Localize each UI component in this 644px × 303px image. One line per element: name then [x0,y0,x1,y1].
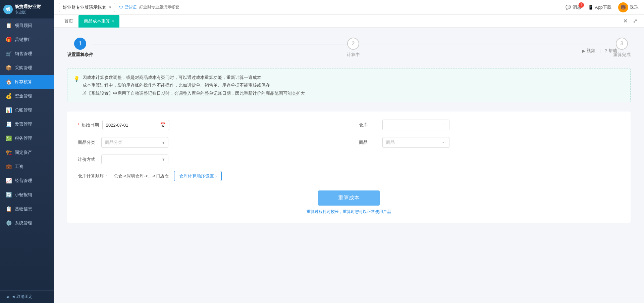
basic-icon: 📋 [5,206,12,212]
sidebar-item-finance[interactable]: 💰 资金管理 [0,89,54,103]
content-area: ▶ 视频 | ? 帮助 1 设置重算条件 [54,28,644,303]
expense-icon: 🔄 [5,191,12,198]
accounting-icon: 📊 [5,107,12,114]
sidebar-item-system[interactable]: ⚙️ 系统管理 [0,216,54,230]
operations-icon: 📈 [5,177,12,184]
category-label: 商品分类 [78,139,98,145]
sidebar-label-project: 项目顾问 [15,23,32,29]
user-menu[interactable]: 🐻 珠珠 [618,2,639,12]
step-3-label: 重算完成 [613,52,631,58]
main-area: 好业财专业版演示帐套 ▾ 🛡 已认证 好业财专业版演示帐套 💬 消息 1 📱 A… [54,0,644,303]
warehouse-dots[interactable]: ··· [441,122,446,128]
recalc-hint: 重算过程耗时较长，重算时您可以正常使用产品 [307,209,391,215]
date-input[interactable]: 2022-07-01 📅 [102,120,169,130]
content-wrapper: ▶ 视频 | ? 帮助 1 设置重算条件 [67,38,631,223]
info-bulb-icon: 💡 [73,74,80,83]
pricing-arrow: ▾ [162,157,165,162]
step-2: 2 计算中 [347,38,360,58]
message-icon: 💬 [566,5,571,10]
product-placeholder: 商品 [386,139,395,145]
tab-home-label: 首页 [64,18,73,24]
assets-icon: 🏗️ [5,149,12,156]
cancel-fixed-label: ◄ 取消固定 [11,294,33,300]
sidebar-label-finance: 资金管理 [15,93,32,99]
recalc-section: 重算成本 重算过程耗时较长，重算时您可以正常使用产品 [78,190,620,215]
form-group-warehouse: 仓库 ··· [359,120,620,130]
account-selector-arrow: ▾ [109,5,111,10]
sidebar-logo: 畅 畅捷通好业财 专业版 [0,0,54,18]
sidebar-item-inventory[interactable]: 🏠 库存核算 [0,75,54,89]
sidebar-label-system: 系统管理 [15,220,32,226]
tab-expand-btn[interactable]: ⤢ [632,17,639,25]
avatar-emoji: 🐻 [621,5,626,10]
pricing-select[interactable]: ▾ [101,155,168,164]
account-selector[interactable]: 好业财专业版演示帐套 ▾ [59,3,115,12]
header-right: 💬 消息 1 📱 App下载 🐻 珠珠 [566,2,639,12]
tabs-bar: 首页 商品成本重算 × ✕ ⤢ [54,15,644,28]
sidebar-item-marketing[interactable]: 🎁 营销推广 [0,33,54,47]
sidebar-item-assets[interactable]: 🏗️ 固定资产 [0,145,54,160]
tab-recalc-close[interactable]: × [112,19,114,23]
message-badge: 1 [579,2,584,8]
salary-icon: 💼 [5,163,12,170]
tab-home[interactable]: 首页 [59,15,78,28]
sidebar-label-salary: 工资 [15,164,23,170]
form-group-category: 商品分类 商品分类 ▾ [78,137,339,148]
product-label: 商品 [359,139,379,145]
sidebar-item-tax[interactable]: 💹 税务管理 [0,131,54,145]
warehouse-order-btn[interactable]: 仓库计算顺序设置 › [174,171,222,181]
warehouse-input[interactable]: ··· [382,120,449,130]
form-group-product: 商品 商品 ··· [359,137,620,148]
purchase-icon: 📦 [5,64,12,71]
sidebar-item-basic[interactable]: 📋 基础信息 [0,202,54,216]
message-button[interactable]: 💬 消息 1 [566,4,581,10]
sidebar-cancel-fixed[interactable]: ◄ ◄ 取消固定 [0,290,54,303]
tab-recalc[interactable]: 商品成本重算 × [78,15,119,28]
recalc-button[interactable]: 重算成本 [318,190,380,206]
form-row-2: 商品分类 商品分类 ▾ 商品 商品 ··· [78,137,620,148]
product-dots[interactable]: ··· [441,139,446,145]
app-download-button[interactable]: 📱 App下载 [588,4,611,10]
sidebar-label-marketing: 营销推广 [15,37,32,43]
shield-icon: 🛡 [119,5,123,10]
sidebar-item-accounting[interactable]: 📊 总账管理 [0,103,54,117]
sidebar-item-sales[interactable]: 🛒 销售管理 [0,47,54,61]
step-1-circle: 1 [74,38,86,50]
sidebar-item-expense[interactable]: 🔄 小畅报销 [0,188,54,202]
marketing-icon: 🎁 [5,36,12,43]
tab-recalc-label: 商品成本重算 [84,18,110,24]
sidebar-item-operations[interactable]: 📈 经营管理 [0,174,54,188]
warehouse-order-label: 仓库计算顺序： [78,173,108,179]
sidebar-label-inventory: 库存核算 [15,79,32,85]
step-line-2 [360,44,613,44]
product-input[interactable]: 商品 ··· [382,137,449,148]
app-logo-icon: 畅 [3,5,13,14]
sidebar-item-project[interactable]: 📋 项目顾问 [0,18,54,33]
sidebar: 畅 畅捷通好业财 专业版 📋 项目顾问 🎁 营销推广 🛒 销售管理 📦 采购管理… [0,0,54,303]
step-2-num: 2 [352,41,355,47]
step-1-label: 设置重算条件 [67,52,93,58]
sales-icon: 🛒 [5,50,12,57]
cancel-fixed-icon: ◄ [5,295,9,299]
warehouse-order-row: 仓库计算顺序： 总仓->深圳仓库->...->门店仓 仓库计算顺序设置 › [78,171,620,181]
step-2-label: 计算中 [347,52,360,58]
info-line-1: 因成本计算参数调整，或是对商品成本有疑问时，可以通过成本重算功能，重新计算一遍成… [83,74,305,81]
form-group-date: * 起始日期 2022-07-01 📅 [78,120,339,130]
step-line-1 [93,44,347,44]
form-row-1: * 起始日期 2022-07-01 📅 仓库 ··· [78,120,620,130]
category-select[interactable]: 商品分类 ▾ [101,137,168,148]
date-label: * 起始日期 [78,122,99,128]
form-group-pricing: 计价方式 ▾ [78,155,620,164]
tab-close-btn[interactable]: ✕ [622,17,629,25]
sidebar-label-operations: 经营管理 [15,178,32,184]
sidebar-item-salary[interactable]: 💼 工资 [0,160,54,174]
sidebar-scroll: 📋 项目顾问 🎁 营销推广 🛒 销售管理 📦 采购管理 🏠 库存核算 💰 资金管… [0,18,54,290]
sidebar-item-purchase[interactable]: 📦 采购管理 [0,61,54,75]
step-2-circle: 2 [347,38,359,50]
verified-company: 好业财专业版演示帐套 [139,4,179,10]
phone-icon: 📱 [588,5,593,10]
app-download-label: App下载 [595,4,611,10]
info-box-content: 因成本计算参数调整，或是对商品成本有疑问时，可以通过成本重算功能，重新计算一遍成… [83,74,305,97]
sidebar-item-invoice[interactable]: 🧾 发票管理 [0,117,54,131]
invoice-icon: 🧾 [5,121,12,128]
